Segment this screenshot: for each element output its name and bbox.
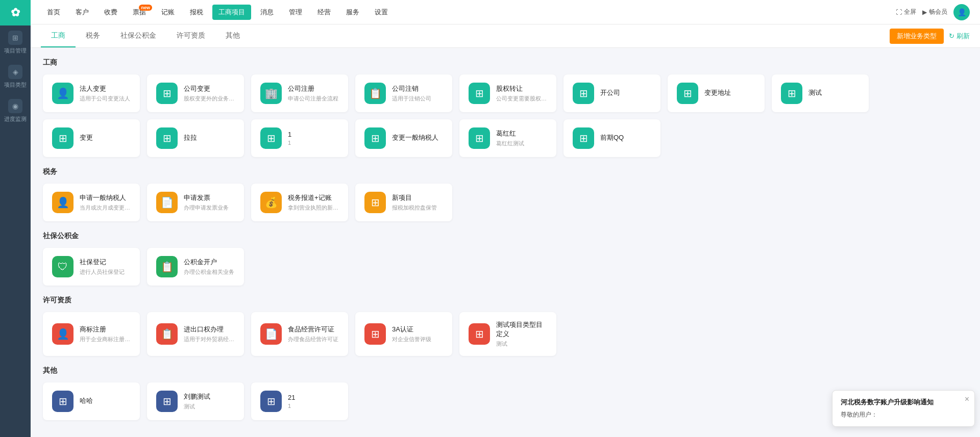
card-desc-food-license: 办理食品经营许可证 bbox=[288, 336, 339, 343]
card-haha[interactable]: ⊞ 哈哈 bbox=[43, 382, 140, 420]
card-desc-fund-account: 办理公积金相关业务 bbox=[184, 268, 235, 276]
tab-tax[interactable]: 税务 bbox=[76, 25, 110, 47]
card-info-test-type: 测试项目类型目定义 测试 bbox=[496, 320, 547, 348]
tab-license[interactable]: 许可资质 bbox=[166, 25, 215, 47]
card-info-legal-change: 法人变更 适用于公司变更法人 bbox=[80, 84, 131, 102]
card-info-gehonghong: 葛红红 葛红红测试 bbox=[496, 129, 547, 147]
sidebar-item-project-type[interactable]: ◈ 项目类型 bbox=[4, 60, 27, 94]
card-icon-company-register: 🏢 bbox=[260, 83, 282, 104]
card-icon-import-export: 📋 bbox=[156, 323, 178, 345]
card-desc-social-register: 进行人员社保登记 bbox=[80, 268, 131, 276]
notification-close-button[interactable]: × bbox=[965, 395, 969, 404]
card-food-license[interactable]: 📄 食品经营许可证 办理食品经营许可证 bbox=[251, 312, 348, 356]
nav-item-ticket[interactable]: 票据new bbox=[127, 5, 152, 20]
card-front-qq[interactable]: ⊞ 前期QQ bbox=[564, 119, 660, 157]
topnav-right: ⛶ 全屏 ▶ 畅会员 👤 bbox=[896, 4, 970, 20]
card-name-company-register: 公司注册 bbox=[288, 84, 339, 93]
card-equity-transfer[interactable]: ⊞ 股权转让 公司变更需要股权转让 bbox=[459, 74, 556, 112]
app-logo[interactable]: ✿ bbox=[0, 0, 31, 25]
card-info-new-project: 新项目 报税加税控盘保管 bbox=[392, 193, 443, 212]
card-name-new-project: 新项目 bbox=[392, 193, 443, 202]
card-name-liupeng-test: 刘鹏测试 bbox=[184, 392, 235, 401]
card-num21[interactable]: ⊞ 21 1 bbox=[251, 382, 348, 420]
card-test-type[interactable]: ⊞ 测试项目类型目定义 测试 bbox=[459, 312, 556, 356]
tab-biz[interactable]: 工商 bbox=[41, 25, 76, 47]
card-name-change1: 变更 bbox=[80, 133, 131, 142]
card-company-register[interactable]: 🏢 公司注册 申请公司注册全流程 bbox=[251, 74, 348, 112]
card-import-export[interactable]: 📋 进出口权办理 适用于对外贸易经营者 bbox=[147, 312, 244, 356]
nav-badge-ticket: new bbox=[139, 5, 152, 11]
card-num1[interactable]: ⊞ 1 1 bbox=[251, 119, 348, 157]
card-name-food-license: 食品经营许可证 bbox=[288, 325, 339, 334]
card-name-test-type: 测试项目类型目定义 bbox=[496, 320, 547, 339]
card-info-change-taxpayer: 变更一般纳税人 bbox=[392, 133, 443, 144]
card-info-trademark: 商标注册 用于企业商标注册服务 bbox=[80, 325, 131, 343]
card-company-change[interactable]: ⊞ 公司变更 股权变更外的业务变更 bbox=[147, 74, 244, 112]
sidebar-label-project-manage: 项目管理 bbox=[4, 47, 27, 55]
nav-item-accounting[interactable]: 记账 bbox=[155, 5, 181, 20]
card-icon-num21: ⊞ bbox=[260, 391, 282, 412]
card-name-test1: 测试 bbox=[808, 88, 860, 97]
card-test1[interactable]: ⊞ 测试 bbox=[772, 74, 869, 112]
card-name-trademark: 商标注册 bbox=[80, 325, 131, 334]
refresh-label: 刷新 bbox=[957, 32, 970, 41]
main-wrapper: 首页客户收费票据new记账报税工商项目消息管理经营服务设置 ⛶ 全屏 ▶ 畅会员… bbox=[31, 0, 980, 437]
tab-social[interactable]: 社保公积金 bbox=[110, 25, 166, 47]
card-lala[interactable]: ⊞ 拉拉 bbox=[147, 119, 244, 157]
card-legal-change[interactable]: 👤 法人变更 适用于公司变更法人 bbox=[43, 74, 140, 112]
card-icon-food-license: 📄 bbox=[260, 323, 282, 345]
card-apply-taxpayer[interactable]: 👤 申请一般纳税人 当月或次月成变更完成 bbox=[43, 184, 140, 221]
nav-item-client[interactable]: 客户 bbox=[69, 5, 95, 20]
card-trademark[interactable]: 👤 商标注册 用于企业商标注册服务 bbox=[43, 312, 140, 356]
card-info-change-address: 变更地址 bbox=[704, 88, 755, 99]
card-change-taxpayer[interactable]: ⊞ 变更一般纳税人 bbox=[355, 119, 452, 157]
sidebar-label-progress-monitor: 进度监测 bbox=[4, 115, 27, 123]
card-icon-haha: ⊞ bbox=[52, 391, 74, 412]
card-icon-num1: ⊞ bbox=[260, 127, 282, 149]
card-social-register[interactable]: 🛡 社保登记 进行人员社保登记 bbox=[43, 248, 140, 286]
fullscreen-button[interactable]: ⛶ 全屏 bbox=[896, 8, 916, 16]
card-name-legal-change: 法人变更 bbox=[80, 84, 131, 93]
card-change1[interactable]: ⊞ 变更 bbox=[43, 119, 140, 157]
card-open-company[interactable]: ⊞ 开公司 bbox=[564, 74, 660, 112]
card-change-address[interactable]: ⊞ 变更地址 bbox=[668, 74, 765, 112]
cards-grid-biz: 👤 法人变更 适用于公司变更法人 ⊞ 公司变更 股权变更外的业务变更 🏢 公司注… bbox=[43, 74, 968, 157]
card-new-project[interactable]: ⊞ 新项目 报税加税控盘保管 bbox=[355, 184, 452, 221]
section-title-other: 其他 bbox=[43, 366, 968, 375]
card-fund-account[interactable]: 📋 公积金开户 办理公积金相关业务 bbox=[147, 248, 244, 286]
member-button[interactable]: ▶ 畅会员 bbox=[922, 8, 947, 16]
card-company-cancel[interactable]: 📋 公司注销 适用于注销公司 bbox=[355, 74, 452, 112]
nav-item-operation[interactable]: 经营 bbox=[311, 5, 337, 20]
card-icon-front-qq: ⊞ bbox=[573, 127, 594, 149]
sidebar-item-progress-monitor[interactable]: ◉ 进度监测 bbox=[4, 94, 27, 128]
refresh-button[interactable]: ↻ 刷新 bbox=[949, 32, 970, 41]
nav-item-message[interactable]: 消息 bbox=[254, 5, 280, 20]
nav-item-service[interactable]: 服务 bbox=[340, 5, 365, 20]
notification-body: 尊敬的用户： bbox=[841, 410, 966, 419]
card-liupeng-test[interactable]: ⊞ 刘鹏测试 测试 bbox=[147, 382, 244, 420]
card-3a-cert[interactable]: ⊞ 3A认证 对企业信誉评级 bbox=[355, 312, 452, 356]
card-desc-tax-report: 拿到营业执照的新公司 bbox=[288, 204, 339, 212]
tab-other[interactable]: 其他 bbox=[215, 25, 250, 47]
card-desc-equity-transfer: 公司变更需要股权转让 bbox=[496, 95, 547, 102]
card-info-food-license: 食品经营许可证 办理食品经营许可证 bbox=[288, 325, 339, 343]
card-icon-social-register: 🛡 bbox=[52, 256, 74, 277]
card-gehonghong[interactable]: ⊞ 葛红红 葛红红测试 bbox=[459, 119, 556, 157]
card-tax-report[interactable]: 💰 税务报道+记账 拿到营业执照的新公司 bbox=[251, 184, 348, 221]
card-name-haha: 哈哈 bbox=[80, 396, 131, 405]
nav-item-settings[interactable]: 设置 bbox=[369, 5, 394, 20]
section-title-tax: 税务 bbox=[43, 167, 968, 176]
nav-item-bizproject[interactable]: 工商项目 bbox=[212, 5, 251, 20]
user-avatar[interactable]: 👤 bbox=[953, 4, 970, 20]
card-apply-invoice[interactable]: 📄 申请发票 办理申请发票业务 bbox=[147, 184, 244, 221]
nav-item-billing[interactable]: 收费 bbox=[98, 5, 124, 20]
sidebar-item-project-manage[interactable]: ⊞ 项目管理 bbox=[4, 25, 27, 60]
card-name-3a-cert: 3A认证 bbox=[392, 325, 443, 334]
card-info-equity-transfer: 股权转让 公司变更需要股权转让 bbox=[496, 84, 547, 102]
nav-item-home[interactable]: 首页 bbox=[41, 5, 66, 20]
nav-item-manage[interactable]: 管理 bbox=[283, 5, 308, 20]
new-type-button[interactable]: 新增业务类型 bbox=[890, 29, 944, 44]
nav-item-tax[interactable]: 报税 bbox=[184, 5, 209, 20]
card-icon-open-company: ⊞ bbox=[573, 83, 594, 104]
card-icon-test1: ⊞ bbox=[781, 83, 802, 104]
